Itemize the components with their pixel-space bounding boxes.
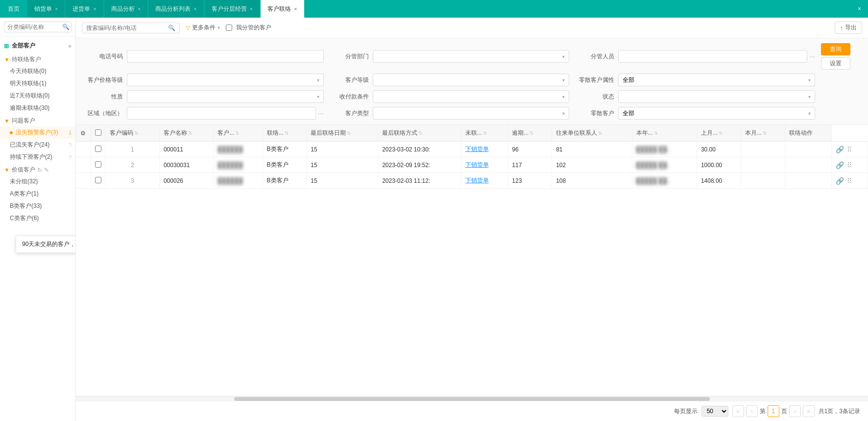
row-contact-count: 15 <box>307 142 378 157</box>
my-customers-check[interactable] <box>226 25 232 31</box>
next-page-btn[interactable]: › <box>789 405 801 417</box>
setting-button[interactable]: 设置 <box>821 57 850 70</box>
col-last-method[interactable]: 最后联络方式⇅ <box>378 125 461 142</box>
tab-purchase[interactable]: 进货单 × <box>66 0 103 18</box>
query-button[interactable]: 查询 <box>821 43 850 55</box>
person-input[interactable] <box>618 50 807 63</box>
col-unlink[interactable]: 未联...⇅ <box>461 125 508 142</box>
customer-level-select[interactable]: ▾ <box>373 74 570 86</box>
last-method-link[interactable]: 下销货单 <box>465 177 489 184</box>
sidebar-item-churn-warning[interactable]: 流失预警客户(3) ℹ <box>0 126 75 139</box>
col-last-month[interactable]: 上月...⇅ <box>697 125 741 142</box>
phone-input[interactable] <box>127 50 324 63</box>
col-code[interactable]: 客户编码⇅ <box>105 125 159 142</box>
last-method-link[interactable]: 下销货单 <box>465 146 489 152</box>
action-more-icon[interactable]: ⠿ <box>847 146 852 153</box>
tab-analysis-list-close[interactable]: × <box>193 6 196 12</box>
person-ellipsis-btn[interactable]: ··· <box>809 52 815 60</box>
sidebar-root[interactable]: ⊞ 全部客户 « <box>0 39 75 53</box>
tab-analysis[interactable]: 商品分析 × <box>104 0 147 18</box>
price-level-select[interactable]: ▾ <box>127 74 324 86</box>
export-button[interactable]: ↑ 导出 <box>835 22 862 34</box>
close-all-button[interactable]: × <box>851 5 868 12</box>
col-ctype[interactable]: 客户...⇅ <box>214 125 263 142</box>
sidebar-collapse-icon[interactable]: « <box>68 43 72 50</box>
search-icon[interactable]: 🔍 <box>168 25 175 31</box>
search-input[interactable] <box>86 25 168 31</box>
row-check-2[interactable] <box>95 177 101 183</box>
tab-home[interactable]: 首页 <box>0 0 27 18</box>
sidebar-item-c-class[interactable]: C类客户(6) <box>0 212 75 224</box>
col-gear[interactable]: ⚙ <box>76 125 91 142</box>
nature-select[interactable]: ▾ <box>127 90 324 103</box>
question-icon-2[interactable]: ? <box>69 154 72 160</box>
col-last-date[interactable]: 最后联络日期⇅ <box>307 125 378 142</box>
action-link-icon[interactable]: 🔗 <box>836 177 844 185</box>
scrollbar-thumb[interactable] <box>234 397 709 401</box>
region-input[interactable] <box>127 107 316 120</box>
prev-page-btn[interactable]: ‹ <box>746 405 758 417</box>
tab-analysis-list[interactable]: 商品分析列表 × <box>148 0 203 18</box>
tab-customer-contact[interactable]: 客户联络 × <box>261 0 304 18</box>
row-last-method[interactable]: 下销货单 <box>461 142 508 157</box>
zero-customer-select[interactable]: 全部 ▾ <box>618 107 815 120</box>
sidebar-item-b-class[interactable]: B类客户(33) <box>0 200 75 212</box>
tab-customer-contact-close[interactable]: × <box>294 6 297 12</box>
col-contact-person[interactable]: 往来单位联系人⇅ <box>552 125 632 142</box>
sidebar-item-tomorrow[interactable]: 明天待联络(1) <box>0 77 75 90</box>
sidebar-group-pending[interactable]: ▼ 待联络客户 <box>0 53 75 65</box>
row-check-1[interactable] <box>95 161 101 168</box>
status-select[interactable]: ▾ <box>618 90 815 103</box>
tab-customer-segment[interactable]: 客户分层经营 × <box>205 0 260 18</box>
question-icon[interactable]: ? <box>69 142 72 148</box>
sidebar-search-input[interactable] <box>4 22 72 32</box>
col-overdue[interactable]: 逾期...⇅ <box>508 125 552 142</box>
action-link-icon[interactable]: 🔗 <box>836 161 844 169</box>
sidebar-item-a-class[interactable]: A类客户(1) <box>0 188 75 200</box>
sidebar-item-7days[interactable]: 近7天待联络(0) <box>0 90 75 102</box>
info-icon[interactable]: ℹ <box>69 129 72 136</box>
payment-select[interactable]: ▾ <box>373 90 570 103</box>
tab-sales[interactable]: 销货单 × <box>27 0 65 18</box>
dept-select[interactable]: ▾ <box>373 50 570 63</box>
sidebar-item-ungrouped[interactable]: 未分组(32) <box>0 175 75 188</box>
col-year[interactable]: 本年...⇅ <box>632 125 697 142</box>
edit-icon[interactable]: ✎ <box>44 167 49 173</box>
last-page-btn[interactable]: » <box>803 405 815 417</box>
horizontal-scrollbar[interactable] <box>76 396 868 401</box>
col-checkbox[interactable] <box>91 125 105 142</box>
sidebar-search-icon[interactable]: 🔍 <box>62 24 70 30</box>
first-page-btn[interactable]: « <box>732 405 744 417</box>
tab-sales-close[interactable]: × <box>55 6 58 12</box>
row-last-method[interactable]: 下销货单 <box>461 157 508 173</box>
col-name[interactable]: 客户名称⇅ <box>159 125 213 142</box>
last-method-link[interactable]: 下销货单 <box>465 161 489 168</box>
action-more-icon[interactable]: ⠿ <box>847 161 852 169</box>
my-customers-checkbox[interactable]: 我分管的客户 <box>226 24 271 32</box>
sidebar-item-today[interactable]: 今天待联络(0) <box>0 65 75 77</box>
row-checkbox[interactable] <box>91 173 105 189</box>
sidebar-item-declining[interactable]: 持续下滑客户(2) ? <box>0 151 75 163</box>
row-check-0[interactable] <box>95 146 101 152</box>
refresh-icon[interactable]: ↻ <box>37 167 42 173</box>
row-last-method[interactable]: 下销货单 <box>461 173 508 189</box>
col-this-month[interactable]: 本月...⇅ <box>741 125 785 142</box>
more-conditions-btn[interactable]: ▽ 更多条件 ▾ <box>186 24 220 32</box>
tab-customer-segment-close[interactable]: × <box>250 6 253 12</box>
per-page-select[interactable]: 50 20 100 <box>701 406 728 417</box>
zero-attr-select[interactable]: 全部 ▾ <box>618 74 815 86</box>
tab-purchase-close[interactable]: × <box>93 6 96 12</box>
region-ellipsis-btn[interactable]: ··· <box>318 109 324 117</box>
sidebar-item-overdue-contact[interactable]: 逾期未联络(30) <box>0 102 75 114</box>
row-checkbox[interactable] <box>91 142 105 157</box>
sidebar-group-problem[interactable]: ▼ 问题客户 <box>0 114 75 126</box>
sidebar-group-value[interactable]: ▼ 价值客户 ↻ ✎ <box>0 163 75 175</box>
sidebar-item-churned[interactable]: 已流失客户(24) ? <box>0 139 75 151</box>
col-contact-count[interactable]: 联络...⇅ <box>263 125 307 142</box>
customer-type-select[interactable]: ▾ <box>373 107 570 120</box>
action-link-icon[interactable]: 🔗 <box>836 146 844 153</box>
select-all-checkbox[interactable] <box>95 129 101 136</box>
action-more-icon[interactable]: ⠿ <box>847 177 852 185</box>
tab-analysis-close[interactable]: × <box>138 6 141 12</box>
row-checkbox[interactable] <box>91 157 105 173</box>
